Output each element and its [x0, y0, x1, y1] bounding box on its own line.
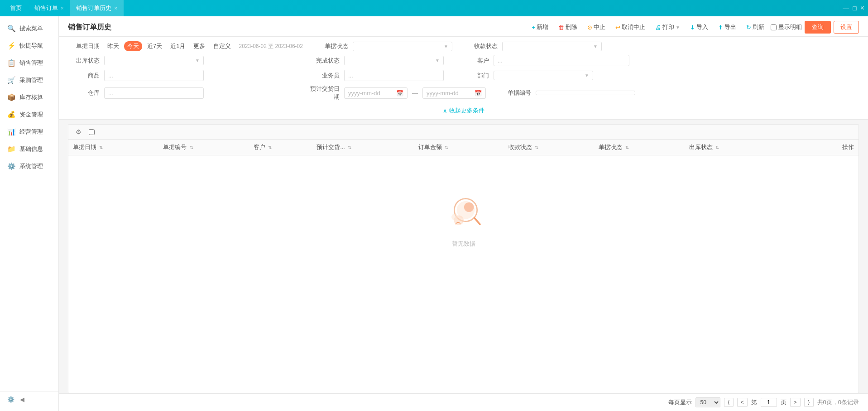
print-label: 打印 [662, 23, 674, 31]
shortcut-today[interactable]: 今天 [124, 41, 142, 51]
complete-status-label: 完成状态 [308, 57, 344, 65]
close-window-button[interactable]: × [860, 4, 864, 12]
salesperson-input[interactable]: ... [344, 70, 444, 81]
customer-input[interactable]: ... [494, 55, 629, 66]
goods-input[interactable]: ... [104, 70, 204, 81]
page-label-before: 第 [751, 398, 757, 406]
new-button[interactable]: + 新增 [528, 21, 552, 33]
new-icon: + [532, 24, 536, 31]
shortcut-yesterday[interactable]: 昨天 [104, 41, 122, 51]
stop-button[interactable]: ⊘ 中止 [584, 21, 609, 33]
collapse-icon: ∧ [443, 107, 447, 114]
print-button[interactable]: 🖨 打印 ▼ [652, 21, 684, 33]
display-cols-label: 显示明细 [778, 23, 802, 31]
empty-state-illustration [443, 192, 484, 232]
sidebar-item-base-info[interactable]: 📁 基础信息 [0, 140, 58, 158]
next-page-button[interactable]: > [790, 398, 801, 407]
stop-label: 中止 [594, 23, 605, 31]
customer-control: ... [494, 55, 859, 66]
select-all-checkbox[interactable] [89, 129, 95, 135]
th-customer[interactable]: 客户 ⇅ [249, 140, 312, 155]
minimize-button[interactable]: — [843, 5, 849, 12]
prev-page-button[interactable]: < [737, 398, 748, 407]
sales-mgmt-icon: 📋 [7, 59, 16, 67]
date-dash: — [409, 90, 421, 97]
sidebar-settings-icon[interactable]: ⚙️ [7, 396, 14, 403]
th-delivery-status-label: 出库状态 [689, 144, 713, 150]
query-button[interactable]: 查询 [805, 21, 831, 34]
doc-status-select[interactable]: ▼ [353, 42, 452, 51]
last-page-button[interactable]: ⟩ [804, 398, 814, 407]
cancel-stop-button[interactable]: ↩ 取消中止 [612, 21, 649, 33]
refresh-button[interactable]: ↻ 刷新 [743, 21, 768, 33]
th-doc-status[interactable]: 单据状态 ⇅ [594, 140, 684, 155]
topbar: 首页 销售订单 × 销售订单历史 × — □ × [0, 0, 868, 16]
maximize-button[interactable]: □ [853, 5, 856, 12]
tab-sales-order-history-close[interactable]: × [114, 5, 117, 11]
tab-home[interactable]: 首页 [4, 0, 28, 16]
filter-row-2: 出库状态 ▼ 完成状态 ▼ 客户 ... [68, 55, 859, 66]
th-doc-number[interactable]: 单据编号 ⇅ [158, 140, 249, 155]
first-page-button[interactable]: ⟨ [724, 398, 734, 407]
delivery-date-start[interactable]: yyyy-mm-dd 📅 [344, 87, 408, 99]
sidebar-item-search-menu[interactable]: 🔍 搜索菜单 [0, 20, 58, 37]
sidebar-item-operations-label: 经营管理 [19, 128, 43, 136]
svg-line-3 [474, 218, 480, 224]
delivery-status-select[interactable]: ▼ [104, 56, 204, 65]
tab-sales-order-close[interactable]: × [61, 5, 63, 11]
svg-point-2 [464, 202, 474, 212]
sidebar-item-sys-mgmt[interactable]: ⚙️ 系统管理 [0, 158, 58, 175]
shortcut-1month[interactable]: 近1月 [167, 41, 188, 51]
tab-sales-order-history[interactable]: 销售订单历史 × [70, 0, 123, 16]
th-expected-delivery[interactable]: 预计交货... ⇅ [312, 140, 413, 155]
th-payment-status[interactable]: 收款状态 ⇅ [504, 140, 594, 155]
dept-select[interactable]: ▼ [494, 71, 593, 80]
operations-icon: 📊 [7, 128, 16, 136]
sidebar-item-sales-mgmt[interactable]: 📋 销售管理 [0, 54, 58, 72]
new-label: 新增 [537, 23, 548, 31]
shortcut-custom[interactable]: 自定义 [210, 41, 234, 51]
per-page-select[interactable]: 50 100 200 [695, 397, 720, 407]
sidebar-item-sales-mgmt-label: 销售管理 [19, 59, 43, 67]
export-button[interactable]: ⬆ 导出 [715, 21, 740, 33]
th-doc-date[interactable]: 单据日期 ⇅ [68, 140, 158, 155]
settings-button[interactable]: 设置 [834, 21, 859, 34]
sidebar-item-quick-nav[interactable]: ⚡ 快捷导航 [0, 37, 58, 54]
th-delivery-status[interactable]: 出库状态 ⇅ [685, 140, 775, 155]
dept-arrow-icon: ▼ [585, 73, 589, 78]
cancel-stop-icon: ↩ [615, 24, 620, 31]
delete-label: 删除 [566, 23, 577, 31]
collapse-bar[interactable]: ∧ 收起更多条件 [68, 105, 859, 115]
sidebar-item-capital[interactable]: 💰 资金管理 [0, 106, 58, 123]
doc-number-input[interactable] [536, 91, 635, 95]
sidebar-item-purchase-mgmt[interactable]: 🛒 采购管理 [0, 72, 58, 89]
display-cols-checkbox[interactable] [771, 24, 777, 30]
table-settings-icon[interactable]: ⚙ [73, 127, 84, 136]
shortcut-7days[interactable]: 近7天 [144, 41, 165, 51]
table-header-row: 单据日期 ⇅ 单据编号 ⇅ 客户 ⇅ 预计交货... [68, 140, 858, 155]
th-order-amount[interactable]: 订单金额 ⇅ [414, 140, 504, 155]
print-icon: 🖨 [655, 24, 661, 31]
shortcut-more[interactable]: 更多 [190, 41, 208, 51]
delivery-date-start-placeholder: yyyy-mm-dd [348, 90, 380, 97]
filter-row-1: 单据日期 昨天 今天 近7天 近1月 更多 自定义 2023-06-02 至 2… [68, 41, 859, 51]
sidebar-collapse-icon[interactable]: ◀ [20, 396, 24, 403]
payment-status-select[interactable]: ▼ [502, 42, 602, 51]
sort-order-amount-icon: ⇅ [445, 145, 448, 150]
salesperson-label: 业务员 [308, 72, 344, 80]
delivery-date-end[interactable]: yyyy-mm-dd 📅 [422, 87, 486, 99]
complete-status-select[interactable]: ▼ [344, 56, 444, 65]
warehouse-input[interactable]: ... [104, 87, 204, 99]
th-doc-date-label: 单据日期 [73, 144, 96, 150]
doc-status-arrow-icon: ▼ [444, 44, 448, 49]
import-button[interactable]: ⬇ 导入 [686, 21, 712, 33]
tab-sales-order-label: 销售订单 [34, 4, 58, 12]
delete-button[interactable]: 🗑 删除 [555, 21, 581, 33]
page-title: 销售订单历史 [68, 23, 111, 32]
page-number-input[interactable]: 1 [761, 398, 777, 407]
tab-sales-order[interactable]: 销售订单 × [28, 0, 70, 16]
sidebar-item-operations[interactable]: 📊 经营管理 [0, 123, 58, 140]
delete-icon: 🗑 [558, 24, 564, 31]
sidebar-item-inventory[interactable]: 📦 库存核算 [0, 89, 58, 106]
th-expected-delivery-label: 预计交货... [317, 144, 345, 150]
